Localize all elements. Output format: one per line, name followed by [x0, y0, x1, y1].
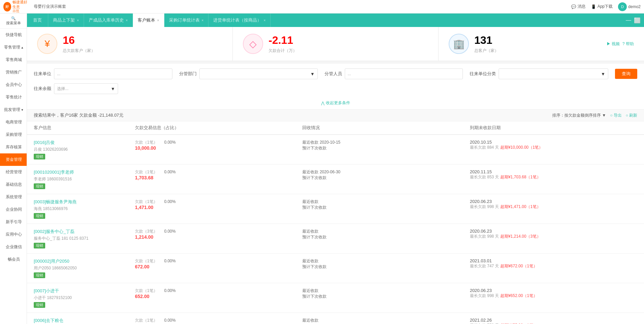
- customer-name-3[interactable]: [0002]服务中心_丁磊: [34, 229, 75, 234]
- table-row: [0007]小进干 小进干 18279152100 现销 欠款（1笔） 652.…: [27, 283, 644, 313]
- sidebar-item-basic-info[interactable]: 基础信息: [0, 178, 27, 191]
- customer-contact-3: 服务中心_丁磊 181 0125 8371: [34, 236, 135, 241]
- overdue-amount-3[interactable]: 超期¥1,214.00（3笔）: [500, 234, 541, 239]
- debt-percent-1: 0.00%: [164, 170, 176, 174]
- sidebar-item-retail-stats[interactable]: 零售统计: [0, 91, 27, 104]
- customer-name-5[interactable]: [0007]小进干: [34, 288, 59, 293]
- sidebar-item-capital-mgmt[interactable]: 资金管理: [0, 153, 27, 166]
- app-download-btn[interactable]: 📱 App下载: [591, 4, 613, 9]
- tab-product-stock-history[interactable]: 产成品入库单历史 ×: [84, 13, 133, 27]
- tab-home[interactable]: 首页: [27, 13, 48, 27]
- latest-collection-0: 最近收款 2020-10-15: [302, 140, 470, 145]
- result-summary: 搜索结果中，客户16家 欠款金额 -21,148.07元: [34, 112, 123, 118]
- overdue-amount-1[interactable]: 超期¥1,703.68（1笔）: [500, 175, 541, 179]
- sidebar-item-stock-verify[interactable]: 库存核算: [0, 141, 27, 153]
- overdue-amount-4[interactable]: 超期¥672.00（1笔）: [500, 264, 537, 268]
- tab-close-stock-stats-by-product[interactable]: ×: [263, 19, 265, 22]
- filter-balance-select[interactable]: 选择... ▼: [54, 83, 118, 94]
- customer-name-6[interactable]: [0006]去下粮仓: [34, 318, 63, 323]
- sidebar-item-enterprise-coop[interactable]: 企业协同: [0, 203, 27, 216]
- customer-name-4[interactable]: [000002]用户2050: [34, 259, 69, 264]
- sidebar-item-app-center[interactable]: 应用中心: [0, 228, 27, 241]
- sidebar-item-new-guide[interactable]: 新手引导: [0, 216, 27, 228]
- sidebar-search[interactable]: 🔍 搜索菜单: [0, 13, 27, 29]
- customer-tag-3: 现销: [34, 243, 45, 248]
- latest-collection-3: 最近收款: [302, 229, 470, 234]
- message-btn[interactable]: 💬 消息: [571, 4, 586, 9]
- sidebar-item-sys-mgmt[interactable]: 系统管理: [0, 191, 27, 203]
- tab-close-purchase-order-stats[interactable]: ×: [202, 19, 204, 22]
- sidebar-item-batch-mgmt[interactable]: 批发管理 ▼: [0, 104, 27, 116]
- col-header-recover: 回收情况: [302, 125, 470, 131]
- due-date-2: 2020.06.23: [470, 199, 637, 204]
- filter-area: 往来单位 ... 分管部门 ▼: [27, 64, 644, 109]
- customer-name-2[interactable]: [0003]畅捷服务尹海燕: [34, 199, 77, 204]
- sidebar-item-retail-mall[interactable]: 零售商城: [0, 54, 27, 66]
- tab-stock-stats-by-product[interactable]: 进货单统计表（按商品） ×: [208, 13, 271, 27]
- sort-chevron-icon: ▼: [602, 113, 606, 118]
- tab-close-product-onoff[interactable]: ×: [77, 19, 79, 22]
- table-row: [0016]吕俊 吕俊 13026203696 现销 欠款（1笔） 10,000…: [27, 135, 644, 165]
- debt-percent-6: 0.00%: [164, 318, 176, 323]
- filter-person-input[interactable]: ...: [345, 68, 463, 79]
- video-btn[interactable]: ▶ 视频: [607, 41, 620, 47]
- next-collection-5: 预计下次收款: [302, 294, 470, 299]
- refresh-btn[interactable]: ○ 刷新: [626, 113, 637, 118]
- customer-tag-1: 现销: [34, 183, 45, 189]
- debt-cell-5: 欠款（1笔） 652.00 0.00%: [135, 288, 302, 299]
- collapse-btn[interactable]: ⋀ 收起更多条件: [321, 100, 350, 106]
- overdue-amount-2[interactable]: 超期¥1,471.00（1笔）: [500, 204, 541, 209]
- stat-icon-2: ◇: [243, 34, 263, 54]
- filter-dept-select[interactable]: ▼: [199, 68, 318, 79]
- tab-close-product-stock-history[interactable]: ×: [126, 19, 128, 22]
- stat-label-3: 总客户（家）: [474, 48, 499, 54]
- tabs-minimize-btn[interactable]: —: [626, 17, 631, 23]
- sidebar-item-enterprise-wechat[interactable]: 企业微信: [0, 241, 27, 253]
- stat-top-right: ▶ 视频 ? 帮助: [607, 41, 634, 47]
- table-row: [0003]畅捷服务尹海燕 海燕 18513066976 现销 欠款（1笔） 1…: [27, 194, 644, 224]
- customer-name-0[interactable]: [0016]吕俊: [34, 140, 55, 145]
- customer-cell-4: [000002]用户2050 用户2050 18665062050 现销: [34, 258, 135, 278]
- sort-select[interactable]: 排序：按欠款金额倒序排序 ▼: [552, 113, 606, 118]
- result-actions: 排序：按欠款金额倒序排序 ▼ ○ 导出 ○ 刷新: [552, 113, 637, 118]
- filter-row-1: 往来单位 ... 分管部门 ▼: [34, 68, 637, 79]
- due-date-3: 2020.06.23: [470, 229, 637, 234]
- sidebar-item-畅会员[interactable]: 畅会员: [0, 253, 27, 266]
- debt-cell-1: 欠款（1笔） 1,703.68 0.00%: [135, 169, 302, 180]
- table-header: 客户信息 欠款交易信息（占比） 回收情况 到期未收款日期: [27, 121, 644, 135]
- tab-close-customer-account[interactable]: ×: [157, 19, 159, 22]
- sidebar-item-ecom-mgmt[interactable]: 电商管理: [0, 116, 27, 128]
- recover-cell-4: 最近收款 预计下次收款: [302, 258, 470, 270]
- user-avatar-btn[interactable]: D demo2: [618, 2, 641, 11]
- due-date-1: 2020.11.15: [470, 169, 637, 174]
- customer-tag-5: 现销: [34, 302, 45, 308]
- tab-purchase-order-stats[interactable]: 采购订单统计表 ×: [164, 13, 209, 27]
- help-btn[interactable]: ? 帮助: [622, 41, 634, 47]
- filter-unit-category-select[interactable]: ▼: [499, 68, 608, 79]
- due-date-5: 2020.06.23: [470, 288, 637, 293]
- debt-percent-2: 0.00%: [164, 199, 176, 204]
- top-bar: 好 畅捷通好生意 示范 母婴行业演示账套 💬 消息 📱 App下载 D demo…: [0, 0, 644, 13]
- filter-balance: 往来余额 选择... ▼: [34, 83, 118, 94]
- sidebar-item-member-center[interactable]: 会员中心: [0, 79, 27, 91]
- tabs-maximize-btn[interactable]: ⬜: [634, 17, 641, 24]
- table-row: [0006]去下粮仓 陈小岁 现销 欠款（1笔） 455.90 0.00% 最近…: [27, 313, 644, 324]
- export-btn[interactable]: ○ 导出: [610, 113, 622, 118]
- query-button[interactable]: 查询: [615, 69, 637, 79]
- sidebar-item-retail-mgmt[interactable]: 零售管理 ▲: [0, 41, 27, 54]
- tab-customer-account[interactable]: 客户账本 ×: [133, 13, 164, 27]
- sidebar-item-quick-nav[interactable]: 快捷导航: [0, 29, 27, 41]
- tab-product-onoff[interactable]: 商品上下架 ×: [48, 13, 84, 27]
- overdue-amount-0[interactable]: 超期¥10,000.00（1笔）: [500, 145, 543, 150]
- recover-cell-1: 最近收款 2020-06-30 预计下次收款: [302, 169, 470, 181]
- stat-number-2: -2.11: [269, 34, 297, 47]
- filter-from-unit-input[interactable]: ...: [54, 68, 172, 79]
- customer-name-1[interactable]: [0001020001]李老师: [34, 170, 74, 175]
- filter-person: 分管人员 ...: [325, 68, 463, 79]
- collapse-icon: ⋀: [321, 101, 325, 106]
- next-collection-2: 预计下次收款: [302, 205, 470, 210]
- sidebar-item-purchase-mgmt[interactable]: 采购管理: [0, 128, 27, 141]
- sidebar-item-marketing[interactable]: 营销推广: [0, 66, 27, 79]
- sidebar-item-ops-mgmt[interactable]: 经营管理: [0, 166, 27, 178]
- overdue-amount-5[interactable]: 超期¥652.00（1笔）: [500, 293, 537, 298]
